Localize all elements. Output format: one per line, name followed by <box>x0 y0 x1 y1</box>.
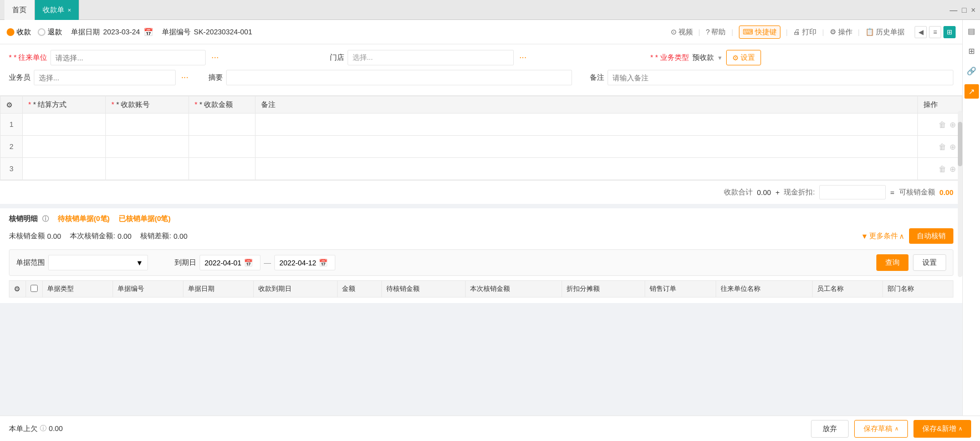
view-grid-icon[interactable]: ⊞ <box>943 26 956 38</box>
this-time-stat: 本次核销金额: 0.00 <box>70 231 131 241</box>
help-action[interactable]: ?帮助 <box>706 27 726 37</box>
radio-receipt[interactable]: 收款 <box>7 27 31 37</box>
filter-settings-btn[interactable]: 设置 <box>913 254 946 271</box>
tab-receipt[interactable]: 收款单 × <box>35 0 79 20</box>
delete-row-1-icon[interactable]: 🗑 <box>938 120 946 129</box>
partner-more-btn[interactable]: ··· <box>209 53 221 63</box>
delete-row-2-icon[interactable]: 🗑 <box>938 142 946 151</box>
date-from-picker[interactable]: 2022-04-01 📅 <box>200 255 261 270</box>
bottom-info-icon[interactable]: ⓘ <box>40 424 47 433</box>
tab-pending[interactable]: 待核销单据(0笔) <box>58 214 110 224</box>
bill-date-calendar-icon[interactable]: 📅 <box>144 28 153 37</box>
col-partner-name: 往来单位名称 <box>716 281 812 298</box>
minimize-icon[interactable]: — <box>950 6 957 14</box>
amount-3[interactable] <box>189 158 256 180</box>
draft-btn[interactable]: 保存草稿 ∧ <box>854 420 908 438</box>
filter-row: 单据范围 ▼ 到期日 2022-04-01 📅 — 2022-04-12 📅 <box>9 249 953 276</box>
account-1[interactable] <box>106 114 189 136</box>
summary-row: 收款合计 0.00 + 现金折扣: = 可核销金额 0.00 <box>0 180 962 204</box>
remark-1[interactable] <box>256 114 918 136</box>
discount-input[interactable] <box>819 185 886 199</box>
store-more-btn[interactable]: ··· <box>517 53 529 63</box>
col-sales-order: 销售订单 <box>645 281 716 298</box>
more-conditions-btn[interactable]: ▼更多条件∧ <box>861 231 905 241</box>
store-field: 门店 选择... ··· <box>330 50 633 65</box>
save-new-btn[interactable]: 保存&新增 ∧ <box>913 420 971 438</box>
maximize-icon[interactable]: □ <box>962 6 966 14</box>
view-menu-icon[interactable]: ≡ <box>929 26 941 38</box>
remark-3[interactable] <box>256 158 918 180</box>
tab-done[interactable]: 已核销单据(0笔) <box>119 214 171 224</box>
account-2[interactable] <box>106 136 189 158</box>
business-type-field: * 业务类型 预收款 ▼ ⚙设置 <box>650 50 953 65</box>
save-new-chevron-icon: ∧ <box>958 425 962 432</box>
date-to-picker[interactable]: 2022-04-12 📅 <box>274 255 335 270</box>
form-area: * 往来单位 ··· 门店 选择... ··· * 业务类型 预收款 ▼ ⚙设置 <box>0 44 962 96</box>
settlement-1[interactable] <box>23 114 106 136</box>
staff-more-btn[interactable]: ··· <box>179 73 191 83</box>
bill-date-group: 单据日期 2023-03-24 📅 <box>71 27 153 37</box>
remarks-field: 备注 <box>590 70 953 85</box>
delete-row-3-icon[interactable]: 🗑 <box>938 165 946 173</box>
account-3[interactable] <box>106 158 189 180</box>
tab-home[interactable]: 首页 <box>4 0 35 20</box>
copy-row-2-icon[interactable]: ⊕ <box>950 142 956 151</box>
settlement-2[interactable] <box>23 136 106 158</box>
scrollbar-track[interactable] <box>958 111 962 277</box>
recon-info-icon[interactable]: ⓘ <box>42 214 49 224</box>
business-type-select[interactable]: 预收款 ▼ <box>692 53 723 63</box>
copy-row-3-icon[interactable]: ⊕ <box>950 165 956 173</box>
discard-btn[interactable]: 放弃 <box>811 420 849 438</box>
view-icons: ◀ ≡ ⊞ <box>915 26 956 38</box>
store-select[interactable]: 选择... <box>348 50 514 65</box>
staff-field: 业务员 ··· <box>9 70 191 85</box>
table-settings-icon[interactable]: ⚙ <box>1 96 23 114</box>
col-amount: * 收款金额 <box>189 96 256 114</box>
row-num-2: 2 <box>1 136 23 158</box>
date-to-calendar-icon: 📅 <box>319 259 328 267</box>
close-icon[interactable]: × <box>971 6 976 14</box>
sidebar-grid-icon[interactable]: ⊞ <box>965 44 978 58</box>
range-arrow: ▼ <box>136 259 143 267</box>
copy-row-1-icon[interactable]: ⊕ <box>950 120 956 129</box>
remarks-input[interactable] <box>608 70 953 85</box>
right-sidebar: ▤ ⊞ 🔗 ↗ <box>962 20 980 441</box>
table-row: 1 🗑 ⊕ <box>1 114 962 136</box>
col-due-date: 收款到期日 <box>254 281 338 298</box>
summary-input[interactable] <box>226 70 572 85</box>
partner-input[interactable] <box>50 50 206 65</box>
range-select[interactable]: ▼ <box>48 255 148 270</box>
sidebar-expand-icon[interactable]: ↗ <box>964 84 979 99</box>
operation-action[interactable]: ⚙操作 <box>830 27 853 37</box>
query-btn[interactable]: 查询 <box>876 254 908 271</box>
recon-table-settings-icon[interactable]: ⚙ <box>14 285 21 293</box>
col-bill-no: 单据编号 <box>113 281 183 298</box>
history-action[interactable]: 📋历史单据 <box>865 27 905 37</box>
recon-select-all[interactable] <box>30 285 38 292</box>
col-pending-amount: 待核销金额 <box>382 281 466 298</box>
filter-actions: 查询 设置 <box>876 254 946 271</box>
sidebar-link-icon[interactable]: 🔗 <box>965 64 978 78</box>
view-list-icon[interactable]: ◀ <box>915 26 927 38</box>
receipt-type-group: 收款 退款 <box>7 27 62 37</box>
settings-button[interactable]: ⚙设置 <box>726 50 761 65</box>
sidebar-table-icon[interactable]: ▤ <box>965 24 978 38</box>
scrollbar-thumb[interactable] <box>958 122 962 166</box>
table-wrapper: ⚙ * 结算方式 * 收款账号 * 收款金额 备注 操作 1 <box>0 96 962 180</box>
col-bill-date: 单据日期 <box>183 281 254 298</box>
amount-1[interactable] <box>189 114 256 136</box>
amount-2[interactable] <box>189 136 256 158</box>
shortcut-action[interactable]: ⌨快捷键 <box>739 25 780 39</box>
summary-field: 摘要 <box>208 70 572 85</box>
col-ops: 操作 <box>918 96 962 114</box>
radio-refund[interactable]: 退款 <box>38 27 62 37</box>
tab-close-icon[interactable]: × <box>68 0 71 20</box>
staff-input[interactable] <box>34 70 176 85</box>
auto-recon-btn[interactable]: 自动核销 <box>909 228 953 244</box>
video-action[interactable]: ⊙视频 <box>671 27 693 37</box>
remark-2[interactable] <box>256 136 918 158</box>
print-action[interactable]: 🖨打印 <box>793 27 816 37</box>
col-dept-name: 部门名称 <box>882 281 953 298</box>
partner-field: * 往来单位 ··· <box>9 50 312 65</box>
settlement-3[interactable] <box>23 158 106 180</box>
